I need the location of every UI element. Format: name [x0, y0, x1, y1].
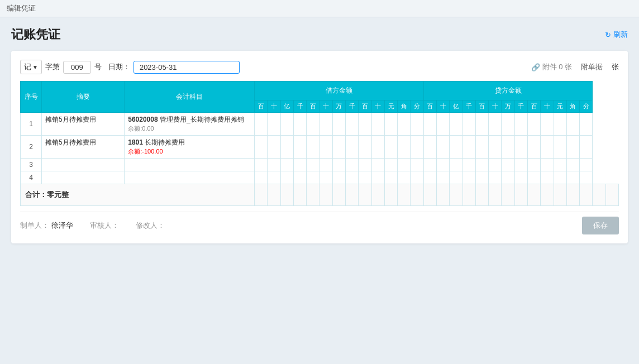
credit-cell-2-9[interactable]: [541, 159, 554, 171]
debit-cell-2-8[interactable]: [359, 159, 371, 171]
credit-cell-0-11[interactable]: [566, 113, 579, 136]
credit-cell-1-10[interactable]: [554, 136, 566, 159]
credit-cell-0-7[interactable]: [514, 113, 527, 136]
attachment-link[interactable]: 🔗 附件 0 张: [531, 62, 572, 72]
credit-cell-3-8[interactable]: [527, 171, 540, 184]
debit-cell-3-12[interactable]: [411, 171, 423, 184]
debit-cell-0-10[interactable]: [384, 113, 397, 136]
credit-cell-0-6[interactable]: [502, 113, 514, 136]
debit-cell-1-11[interactable]: [398, 136, 411, 159]
credit-cell-1-4[interactable]: [475, 136, 488, 159]
credit-cell-1-0[interactable]: [423, 136, 436, 159]
debit-cell-3-9[interactable]: [371, 171, 384, 184]
credit-cell-1-1[interactable]: [437, 136, 450, 159]
credit-cell-3-4[interactable]: [475, 171, 488, 184]
debit-cell-0-6[interactable]: [332, 113, 345, 136]
credit-cell-3-6[interactable]: [502, 171, 514, 184]
debit-cell-2-11[interactable]: [398, 159, 411, 171]
credit-cell-3-2[interactable]: [450, 171, 462, 184]
credit-cell-0-9[interactable]: [541, 113, 554, 136]
debit-cell-2-7[interactable]: [346, 159, 359, 171]
debit-cell-3-11[interactable]: [398, 171, 411, 184]
credit-cell-0-0[interactable]: [423, 113, 436, 136]
row-account-0[interactable]: 56020008 管理费用_长期待摊费用摊销余额:0.00: [125, 113, 255, 136]
debit-cell-2-12[interactable]: [411, 159, 423, 171]
credit-cell-3-0[interactable]: [423, 171, 436, 184]
credit-cell-3-10[interactable]: [554, 171, 566, 184]
refresh-button[interactable]: ↻ 刷新: [605, 30, 628, 40]
row-summary-1[interactable]: 摊销5月待摊费用: [42, 136, 125, 159]
credit-cell-1-7[interactable]: [514, 136, 527, 159]
debit-cell-1-6[interactable]: [332, 136, 345, 159]
debit-cell-3-6[interactable]: [332, 171, 345, 184]
row-account-3[interactable]: [125, 171, 255, 184]
credit-cell-0-10[interactable]: [554, 113, 566, 136]
row-summary-2[interactable]: [42, 159, 125, 171]
debit-cell-0-0[interactable]: [255, 113, 268, 136]
debit-cell-1-0[interactable]: [255, 136, 268, 159]
credit-cell-1-6[interactable]: [502, 136, 514, 159]
save-button[interactable]: 保存: [582, 217, 619, 234]
credit-cell-1-9[interactable]: [541, 136, 554, 159]
debit-cell-3-4[interactable]: [307, 171, 320, 184]
credit-cell-3-3[interactable]: [462, 171, 475, 184]
credit-cell-2-7[interactable]: [514, 159, 527, 171]
credit-cell-0-5[interactable]: [489, 113, 502, 136]
row-summary-0[interactable]: 摊销5月待摊费用: [42, 113, 125, 136]
debit-cell-1-3[interactable]: [293, 136, 306, 159]
debit-cell-2-1[interactable]: [268, 159, 280, 171]
credit-cell-3-7[interactable]: [514, 171, 527, 184]
credit-cell-2-2[interactable]: [450, 159, 462, 171]
debit-cell-0-3[interactable]: [293, 113, 306, 136]
credit-cell-3-9[interactable]: [541, 171, 554, 184]
debit-cell-1-10[interactable]: [384, 136, 397, 159]
credit-cell-0-8[interactable]: [527, 113, 540, 136]
credit-cell-3-5[interactable]: [489, 171, 502, 184]
credit-cell-0-3[interactable]: [462, 113, 475, 136]
debit-cell-2-0[interactable]: [255, 159, 268, 171]
credit-cell-1-12[interactable]: [580, 136, 593, 159]
credit-cell-3-12[interactable]: [580, 171, 593, 184]
debit-cell-2-9[interactable]: [371, 159, 384, 171]
debit-cell-3-10[interactable]: [384, 171, 397, 184]
credit-cell-3-11[interactable]: [566, 171, 579, 184]
debit-cell-0-1[interactable]: [268, 113, 280, 136]
date-input[interactable]: [133, 61, 240, 74]
debit-cell-1-8[interactable]: [359, 136, 371, 159]
credit-cell-2-3[interactable]: [462, 159, 475, 171]
debit-cell-3-0[interactable]: [255, 171, 268, 184]
debit-cell-1-1[interactable]: [268, 136, 280, 159]
debit-cell-3-7[interactable]: [346, 171, 359, 184]
ji-dropdown[interactable]: 记 ▼: [20, 60, 42, 74]
credit-cell-2-6[interactable]: [502, 159, 514, 171]
debit-cell-2-4[interactable]: [307, 159, 320, 171]
debit-cell-2-10[interactable]: [384, 159, 397, 171]
debit-cell-2-6[interactable]: [332, 159, 345, 171]
credit-cell-2-12[interactable]: [580, 159, 593, 171]
credit-cell-1-11[interactable]: [566, 136, 579, 159]
credit-cell-2-4[interactable]: [475, 159, 488, 171]
debit-cell-3-2[interactable]: [280, 171, 293, 184]
debit-cell-3-8[interactable]: [359, 171, 371, 184]
row-account-2[interactable]: [125, 159, 255, 171]
debit-cell-1-12[interactable]: [411, 136, 423, 159]
debit-cell-0-5[interactable]: [320, 113, 332, 136]
debit-cell-3-3[interactable]: [293, 171, 306, 184]
credit-cell-2-11[interactable]: [566, 159, 579, 171]
credit-cell-0-12[interactable]: [580, 113, 593, 136]
debit-cell-0-2[interactable]: [280, 113, 293, 136]
debit-cell-1-7[interactable]: [346, 136, 359, 159]
debit-cell-1-2[interactable]: [280, 136, 293, 159]
debit-cell-1-5[interactable]: [320, 136, 332, 159]
credit-cell-0-4[interactable]: [475, 113, 488, 136]
debit-cell-3-1[interactable]: [268, 171, 280, 184]
credit-cell-3-1[interactable]: [437, 171, 450, 184]
debit-cell-2-3[interactable]: [293, 159, 306, 171]
debit-cell-2-5[interactable]: [320, 159, 332, 171]
credit-cell-2-5[interactable]: [489, 159, 502, 171]
debit-cell-2-2[interactable]: [280, 159, 293, 171]
credit-cell-2-10[interactable]: [554, 159, 566, 171]
row-account-1[interactable]: 1801 长期待摊费用余额:-100.00: [125, 136, 255, 159]
zi-number[interactable]: 009: [63, 61, 91, 74]
debit-cell-3-5[interactable]: [320, 171, 332, 184]
